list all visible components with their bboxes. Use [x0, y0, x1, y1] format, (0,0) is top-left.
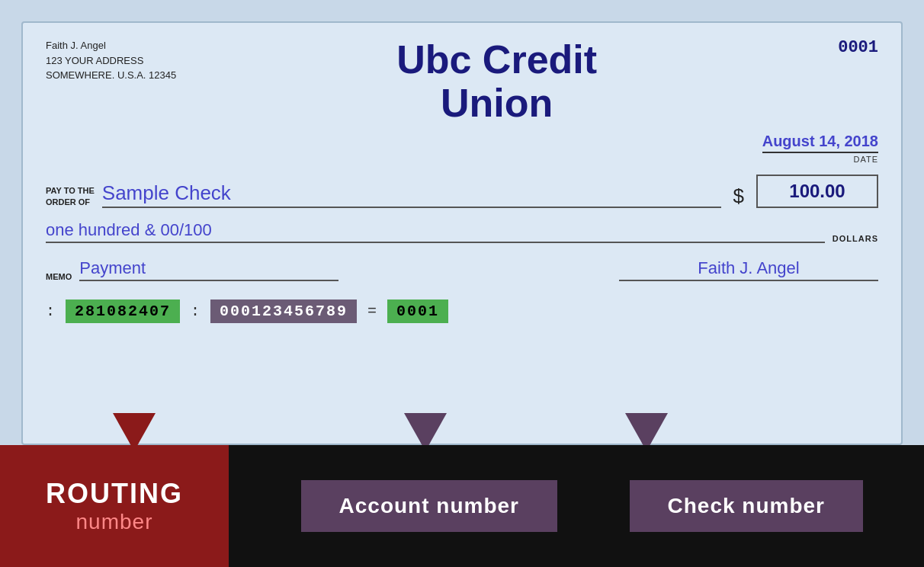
check: Faith J. Angel 123 YOUR ADDRESS SOMEWHER… — [21, 21, 903, 445]
payee-name: Sample Check — [102, 181, 721, 208]
date-row: August 14, 2018 DATE — [46, 133, 878, 164]
address-line1: Faith J. Angel — [46, 38, 176, 53]
account-block: Account number — [229, 445, 630, 567]
micr-open-symbol: : — [46, 303, 55, 320]
micr-account: 000123456789 — [210, 300, 357, 323]
dollar-sign: $ — [733, 184, 744, 208]
date-value: August 14, 2018 — [762, 133, 878, 153]
pay-row: PAY TO THEORDER OF Sample Check $ 100.00 — [46, 175, 878, 208]
check-number-area: 0001 — [817, 38, 878, 57]
account-number-label: Account number — [301, 480, 557, 532]
signature-value: Faith J. Angel — [619, 258, 878, 281]
words-amount: one hundred & 00/100 — [46, 220, 825, 243]
micr-equals-symbol: = — [367, 303, 377, 320]
routing-subtitle: number — [76, 510, 153, 534]
bottom-labels-area: ROUTING number Account number Check numb… — [0, 445, 924, 567]
date-label: DATE — [762, 155, 878, 164]
memo-label: MEMO — [46, 272, 72, 281]
pay-to-label: PAY TO THEORDER OF — [46, 185, 95, 209]
routing-title: ROUTING — [46, 478, 183, 510]
bank-name: Ubc Credit Union — [191, 38, 802, 125]
amount-box: 100.00 — [756, 175, 878, 208]
date-area: August 14, 2018 DATE — [762, 133, 878, 164]
memo-value: Payment — [79, 258, 338, 281]
micr-close-symbol: : — [191, 303, 200, 320]
check-label-block: Check number — [630, 445, 925, 567]
check-address: Faith J. Angel 123 YOUR ADDRESS SOMEWHER… — [46, 38, 176, 83]
address-line2: 123 YOUR ADDRESS — [46, 53, 176, 69]
routing-block: ROUTING number — [0, 445, 229, 567]
check-number-label: Check number — [630, 480, 864, 532]
address-line3: SOMEWHERE. U.S.A. 12345 — [46, 68, 176, 83]
signature-area: Faith J. Angel — [346, 258, 878, 281]
memo-row: MEMO Payment Faith J. Angel — [46, 258, 878, 281]
check-number: 0001 — [817, 38, 878, 57]
micr-routing: 281082407 — [66, 300, 180, 323]
micr-check-number: 0001 — [387, 300, 448, 323]
dollars-label: DOLLARS — [833, 234, 878, 243]
micr-row: : 281082407 : 000123456789 = 0001 — [46, 300, 878, 323]
words-row: one hundred & 00/100 DOLLARS — [46, 220, 878, 243]
